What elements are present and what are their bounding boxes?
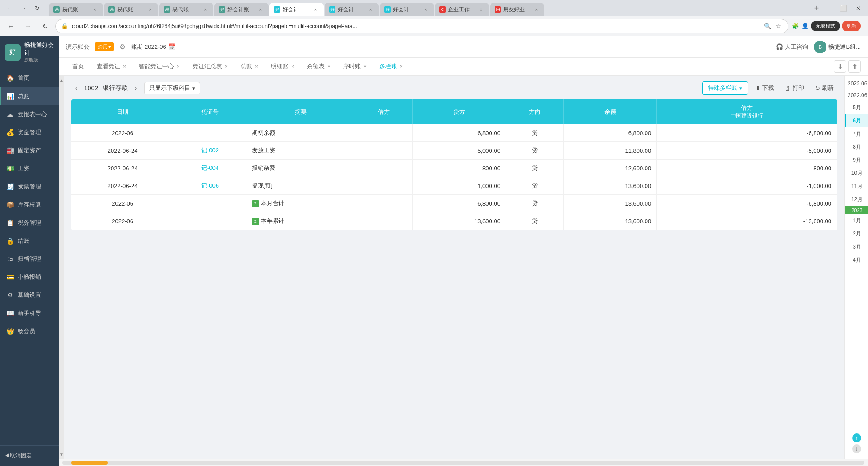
tab-voucher-list[interactable]: 凭证汇总表 ×	[186, 58, 234, 76]
date-entry-2023-1[interactable]: 1月	[845, 214, 868, 227]
sidebar-item-home[interactable]: 🏠 首页	[0, 69, 59, 87]
date-entry-2023-4[interactable]: 4月	[845, 254, 868, 267]
tab-close-9[interactable]: ×	[533, 6, 540, 13]
date-entry-11[interactable]: 11月	[845, 180, 868, 193]
scroll-down-date-btn[interactable]: ↓	[852, 444, 861, 453]
tab-multi[interactable]: 多栏账 ×	[373, 58, 409, 76]
date-entry-6[interactable]: 6月	[845, 114, 868, 127]
incognito-btn[interactable]: 无痕模式	[811, 21, 840, 31]
tab-voucherlist-close[interactable]: ×	[225, 63, 228, 70]
sidebar-item-archive[interactable]: 🗂 归档管理	[0, 250, 59, 268]
browser-tab-4[interactable]: 好 好会计账 ×	[214, 3, 269, 16]
tab-sequence-close[interactable]: ×	[363, 63, 367, 70]
calendar-icon[interactable]: 📅	[168, 43, 175, 50]
tab-home[interactable]: 首页	[66, 58, 90, 76]
sidebar-item-invoice[interactable]: 🧾 发票管理	[0, 178, 59, 196]
tab-close-3[interactable]: ×	[202, 6, 209, 13]
tab-detail-close[interactable]: ×	[291, 63, 294, 70]
voucher-link[interactable]: 记-002	[201, 147, 219, 154]
tab-close-7[interactable]: ×	[422, 6, 429, 13]
tab-multi-close[interactable]: ×	[400, 63, 403, 70]
minimize-btn[interactable]: —	[823, 2, 835, 14]
scroll-up-date-btn[interactable]: ↑	[852, 433, 861, 442]
user-btn[interactable]: B 畅捷通B组...	[814, 41, 861, 53]
reload-btn[interactable]: ↻	[31, 2, 43, 14]
tab-general[interactable]: 总账 ×	[234, 58, 264, 76]
tab-general-close[interactable]: ×	[255, 63, 258, 70]
sidebar-item-close[interactable]: 🔒 结账	[0, 232, 59, 250]
sidebar-item-ledger[interactable]: 📊 总账	[0, 87, 59, 105]
sidebar-item-salary[interactable]: 💵 工资	[0, 160, 59, 178]
nav-reload[interactable]: ↻	[38, 19, 52, 33]
status-tag[interactable]: 禁用 ▾	[95, 42, 114, 51]
date-entry-5[interactable]: 5月	[845, 101, 868, 114]
scrollbar-thumb[interactable]	[71, 461, 108, 465]
sidebar-item-fund[interactable]: 💰 资金管理	[0, 123, 59, 141]
forward-btn[interactable]: →	[17, 2, 30, 14]
date-entry-2022-2[interactable]: 2022.06	[845, 89, 868, 101]
date-entry-10[interactable]: 10月	[845, 167, 868, 180]
nav-forward[interactable]: →	[21, 19, 35, 33]
sidebar-item-inventory[interactable]: 📦 库存核算	[0, 196, 59, 214]
next-account-btn[interactable]: ›	[131, 83, 141, 93]
sidebar-item-asset[interactable]: 🏭 固定资产	[0, 141, 59, 160]
prev-account-btn[interactable]: ‹	[71, 83, 81, 93]
tab-smart-close[interactable]: ×	[177, 63, 180, 70]
date-entry-8[interactable]: 8月	[845, 141, 868, 154]
back-btn[interactable]: ←	[4, 2, 16, 14]
tab-close-8[interactable]: ×	[477, 6, 485, 13]
bookmark-icon[interactable]: ☆	[774, 22, 783, 30]
tab-close-4[interactable]: ×	[257, 6, 264, 13]
unpin-btn[interactable]: ◀取消固定	[0, 448, 59, 463]
address-bar[interactable]: 🔒 cloud2.chanjet.com/accounting/uh26t264…	[55, 19, 788, 33]
sidebar-item-report[interactable]: ☁ 云报表中心	[0, 105, 59, 123]
profile-icon[interactable]: 👤	[801, 22, 809, 30]
date-entry-7[interactable]: 7月	[845, 127, 868, 141]
sidebar-item-settings[interactable]: ⚙ 基础设置	[0, 286, 59, 304]
tab-detail[interactable]: 明细账 ×	[264, 58, 301, 76]
service-btn[interactable]: 🎧 人工咨询	[776, 43, 808, 51]
date-entry-2023-2[interactable]: 2月	[845, 227, 868, 240]
voucher-link[interactable]: 记-006	[201, 182, 219, 189]
tab-close-5[interactable]: ×	[312, 6, 319, 13]
extensions-icon[interactable]: 🧩	[791, 22, 799, 30]
browser-tab-7[interactable]: 好 好会计 ×	[380, 3, 434, 16]
refresh-btn[interactable]: ↻ 刷新	[811, 82, 837, 94]
sidebar-item-guide[interactable]: 📖 新手引导	[0, 304, 59, 322]
search-icon[interactable]: 🔍	[764, 22, 772, 30]
date-entry-2022-1[interactable]: 2022.06	[845, 78, 868, 89]
browser-tab-6[interactable]: 好 好会计 ×	[325, 3, 379, 16]
update-btn[interactable]: 更新	[842, 21, 861, 31]
tab-close-6[interactable]: ×	[367, 6, 374, 13]
settings-gear-icon[interactable]: ⚙	[119, 42, 126, 51]
horizontal-scrollbar[interactable]	[62, 461, 864, 465]
tab-close-2[interactable]: ×	[146, 6, 154, 13]
filter-dropdown[interactable]: 只显示下级科目 ▾	[144, 82, 200, 94]
tab-balance[interactable]: 余额表 ×	[301, 58, 337, 76]
browser-tab-8[interactable]: C 企业工作 ×	[435, 3, 489, 16]
multi-account-btn[interactable]: 特殊多栏账 ▾	[702, 81, 748, 95]
tab-smart[interactable]: 智能凭证中心 ×	[132, 58, 186, 76]
date-entry-9[interactable]: 9月	[845, 154, 868, 167]
window-controls[interactable]: ← → ↻	[0, 2, 47, 14]
close-browser-btn[interactable]: ✕	[852, 2, 864, 14]
tab-sequence[interactable]: 序时账 ×	[337, 58, 373, 76]
tab-collapse-btn[interactable]: ⬇	[834, 60, 846, 73]
print-btn[interactable]: 🖨 打印	[781, 82, 808, 94]
tab-voucher[interactable]: 查看凭证 ×	[90, 58, 132, 76]
date-entry-12[interactable]: 12月	[845, 193, 868, 206]
voucher-link[interactable]: 记-004	[201, 165, 219, 171]
browser-tab-3[interactable]: 易 易代账 ×	[159, 3, 213, 16]
sidebar-item-tax[interactable]: 📋 税务管理	[0, 214, 59, 232]
date-entry-2023-3[interactable]: 3月	[845, 240, 868, 254]
tab-expand-btn[interactable]: ⬆	[848, 60, 861, 73]
browser-tab-1[interactable]: 易 易代账 ×	[49, 3, 103, 16]
left-scroll[interactable]: ▲ ▼	[59, 76, 64, 459]
sidebar-item-expense[interactable]: 💳 小畅报销	[0, 268, 59, 286]
browser-tab-2[interactable]: 易 易代账 ×	[104, 3, 158, 16]
download-btn[interactable]: ⬇ 下载	[752, 82, 778, 94]
new-tab-btn[interactable]: +	[810, 2, 823, 14]
nav-back[interactable]: ←	[4, 19, 18, 33]
tab-close-1[interactable]: ×	[91, 6, 99, 13]
tab-voucher-close[interactable]: ×	[123, 63, 126, 70]
